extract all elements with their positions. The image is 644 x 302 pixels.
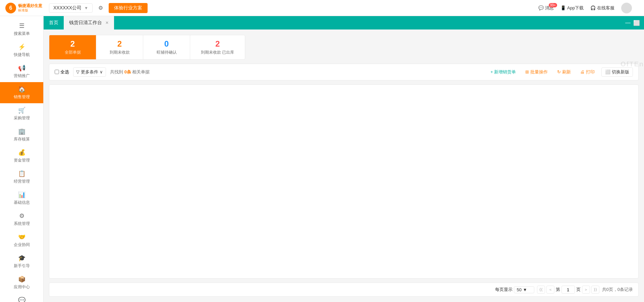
toolbar-left: 全选 ▽ 更多条件 ∨ 共找到 0条 相关单据 <box>55 67 484 77</box>
batch-operation-button[interactable]: ⊞ 批量操作 <box>523 68 550 76</box>
page-input[interactable] <box>561 286 575 294</box>
logo-subtitle: 标准版 <box>18 8 42 12</box>
switch-version-button[interactable]: ⬜ 切换新版 <box>601 67 633 77</box>
sidebar-item-search[interactable]: ☰ 搜索菜单 <box>0 19 43 40</box>
marketing-icon: 📢 <box>18 64 25 72</box>
stat-card-pending[interactable]: 0 旺辅待确认 <box>143 35 190 59</box>
next-page-button[interactable]: ＞ <box>582 286 590 294</box>
sidebar-item-sales-label: 销售管理 <box>14 94 30 100</box>
sales-icon: 🏠 <box>18 85 25 93</box>
tab-cash-flow[interactable]: 钱货日清工作台 ✕ <box>64 16 114 29</box>
found-suffix: 相关单据 <box>132 69 150 74</box>
stat-number-overdue-shipped: 2 <box>201 39 234 49</box>
system-icon: ⚙ <box>19 212 24 220</box>
pagination-bar: 每页显示 50 ▼ ⟨⟨ ＜ 第 页 ＞ ⟩⟩ 共0页，0条记录 <box>49 283 639 297</box>
top-header: 6 畅捷通好生意 标准版 XXXXXX公司 ▼ ⚙ 体验行业方案 💬 消息 99… <box>0 0 644 16</box>
sidebar-item-sales[interactable]: 🏠 销售管理 <box>0 82 43 103</box>
company-name: XXXXXX公司 <box>53 5 82 11</box>
settings-icon[interactable]: ⚙ <box>95 3 106 13</box>
app-download-button[interactable]: 📱 App下载 <box>560 5 584 11</box>
select-all-checkbox[interactable]: 全选 <box>55 69 69 75</box>
sidebar-item-wechat[interactable]: 💬 企业微信 <box>0 293 43 302</box>
message-button[interactable]: 💬 消息 99+ <box>538 5 554 11</box>
page-size-selector: 每页显示 50 ▼ <box>495 286 534 293</box>
page-total: 共0页，0条记录 <box>602 287 633 293</box>
page-nav: ⟨⟨ ＜ 第 页 ＞ ⟩⟩ <box>537 286 599 294</box>
sidebar-item-guide[interactable]: 🎓 新手引导 <box>0 251 43 272</box>
content-area: 首页 钱货日清工作台 ✕ — ⬜ 2 全部单据 2 到期未收款 <box>44 16 644 302</box>
table-area <box>49 84 639 279</box>
found-text: 共找到 0条 相关单据 <box>110 69 150 75</box>
stats-cards: 2 全部单据 2 到期未收款 0 旺辅待确认 2 到期未收款 已出库 <box>49 35 245 60</box>
minimize-icon[interactable]: — <box>625 20 631 26</box>
sidebar-item-cooperation-label: 企业协同 <box>14 242 30 248</box>
chevron-down-icon: ▼ <box>84 6 88 10</box>
sidebar-item-finance-label: 资金管理 <box>14 158 30 163</box>
toolbar: 全选 ▽ 更多条件 ∨ 共找到 0条 相关单据 + 新增销货单 <box>49 64 639 80</box>
new-sale-button[interactable]: + 新增销货单 <box>488 68 519 76</box>
app-download-label: App下载 <box>567 5 584 11</box>
refresh-button[interactable]: ↻ 刷新 <box>554 68 574 76</box>
page-label: 第 <box>556 287 560 293</box>
quicknav-icon: ⚡ <box>18 43 25 51</box>
sidebar-item-purchase-label: 采购管理 <box>14 115 30 121</box>
tab-close-icon[interactable]: ✕ <box>105 20 109 25</box>
filter-button[interactable]: ▽ 更多条件 ∨ <box>73 67 106 77</box>
print-button[interactable]: 🖨 打印 <box>578 68 597 76</box>
trial-button[interactable]: 体验行业方案 <box>109 3 148 13</box>
filter-arrow-icon: ∨ <box>100 69 103 74</box>
sidebar-item-operations[interactable]: 📋 经营管理 <box>0 167 43 188</box>
tab-home-label: 首页 <box>49 20 58 26</box>
filter-icon: ▽ <box>76 69 79 74</box>
online-service-button[interactable]: 🎧 在线客服 <box>590 5 614 11</box>
switch-label: 切换新版 <box>612 69 629 74</box>
switch-icon: ⬜ <box>605 69 610 74</box>
sidebar-item-marketing[interactable]: 📢 营销推广 <box>0 61 43 82</box>
tab-bar-right: — ⬜ <box>625 20 644 26</box>
prev-page-button[interactable]: ＜ <box>546 286 554 294</box>
logo-title: 畅捷通好生意 <box>18 3 42 8</box>
sidebar-item-apps[interactable]: 📦 应用中心 <box>0 272 43 293</box>
stat-card-overdue[interactable]: 2 到期未收款 <box>96 35 143 59</box>
sidebar-item-purchase[interactable]: 🛒 采购管理 <box>0 103 43 124</box>
page-suffix: 页 <box>576 287 581 293</box>
stat-card-overdue-shipped[interactable]: 2 到期未收款 已出库 <box>190 35 245 59</box>
stat-label-overdue-shipped: 到期未收款 已出库 <box>201 50 234 55</box>
tab-home[interactable]: 首页 <box>44 16 64 29</box>
filter-label: 更多条件 <box>81 69 98 75</box>
maximize-icon[interactable]: ⬜ <box>633 20 640 26</box>
company-selector[interactable]: XXXXXX公司 ▼ <box>49 3 93 13</box>
sidebar-item-inventory-label: 库存核算 <box>14 136 30 142</box>
stat-number-overdue: 2 <box>107 39 132 49</box>
sidebar-item-system[interactable]: ⚙ 系统管理 <box>0 209 43 230</box>
headset-icon: 🎧 <box>590 5 596 10</box>
avatar[interactable] <box>621 3 632 13</box>
stat-card-all[interactable]: 2 全部单据 <box>49 35 96 59</box>
message-badge: 99+ <box>549 3 557 7</box>
sidebar-item-cooperation[interactable]: 🤝 企业协同 <box>0 230 43 251</box>
refresh-icon: ↻ <box>557 69 561 74</box>
operations-icon: 📋 <box>18 170 25 177</box>
stat-label-all: 全部单据 <box>60 50 85 55</box>
select-all-input[interactable] <box>55 70 59 74</box>
found-count: 0条 <box>124 69 131 74</box>
sidebar-item-basics[interactable]: 📊 基础信息 <box>0 188 43 209</box>
per-page-value: 50 <box>517 287 522 292</box>
stat-label-pending: 旺辅待确认 <box>154 50 179 55</box>
sidebar-item-apps-label: 应用中心 <box>14 284 30 290</box>
last-page-button[interactable]: ⟩⟩ <box>591 286 599 294</box>
select-all-label: 全选 <box>60 69 69 75</box>
toolbar-right: + 新增销货单 ⊞ 批量操作 ↻ 刷新 🖨 打印 ⬜ <box>488 67 633 77</box>
per-page-select[interactable]: 50 ▼ <box>514 286 534 293</box>
phone-icon: 📱 <box>560 5 566 10</box>
sidebar-item-inventory[interactable]: 🏢 库存核算 <box>0 124 43 145</box>
first-page-button[interactable]: ⟨⟨ <box>537 286 545 294</box>
sidebar-item-finance[interactable]: 💰 资金管理 <box>0 145 43 167</box>
wechat-icon: 💬 <box>18 297 25 302</box>
page-content: 2 全部单据 2 到期未收款 0 旺辅待确认 2 到期未收款 已出库 <box>44 29 644 302</box>
tab-cash-flow-label: 钱货日清工作台 <box>69 20 102 26</box>
sidebar-item-quicknav[interactable]: ⚡ 快捷导航 <box>0 40 43 61</box>
sidebar-item-system-label: 系统管理 <box>14 221 30 227</box>
sidebar: ☰ 搜索菜单 ⚡ 快捷导航 📢 营销推广 🏠 销售管理 🛒 采购管理 🏢 库存核… <box>0 16 44 302</box>
stat-number-pending: 0 <box>154 39 179 49</box>
